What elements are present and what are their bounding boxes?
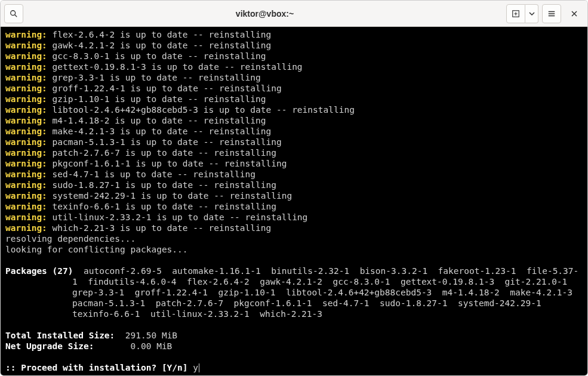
warning-line: warning: gawk-4.2.1-2 is up to date -- r… xyxy=(5,40,583,51)
packages-block: Packages (27) autoconf-2.69-5 automake-1… xyxy=(5,266,583,319)
warning-line: warning: gzip-1.10-1 is up to date -- re… xyxy=(5,94,583,104)
search-button[interactable] xyxy=(4,4,23,23)
prompt-line[interactable]: :: Proceed with installation? [Y/n] y xyxy=(5,362,583,373)
resolving-line: resolving dependencies... xyxy=(5,233,583,244)
warning-line: warning: sed-4.7-1 is up to date -- rein… xyxy=(5,169,583,180)
total-size-line: Total Installed Size: 291.50 MiB xyxy=(5,330,583,341)
titlebar: viktor@vbox:~ xyxy=(1,1,587,27)
net-size-line: Net Upgrade Size: 0.00 MiB xyxy=(5,341,583,352)
warning-line: warning: libtool-2.4.6+42+gb88cebd5-3 is… xyxy=(5,104,583,115)
menu-button[interactable] xyxy=(542,4,561,23)
warning-line: warning: gettext-0.19.8.1-3 is up to dat… xyxy=(5,61,583,72)
warning-line: warning: patch-2.7.6-7 is up to date -- … xyxy=(5,147,583,158)
svg-point-0 xyxy=(11,10,16,15)
warning-line: warning: pkgconf-1.6.1-1 is up to date -… xyxy=(5,158,583,169)
warning-line: warning: pacman-5.1.3-1 is up to date --… xyxy=(5,137,583,147)
chevron-down-icon xyxy=(529,11,535,17)
warning-line: warning: systemd-242.29-1 is up to date … xyxy=(5,190,583,201)
close-button[interactable] xyxy=(565,4,584,23)
warning-line: warning: m4-1.4.18-2 is up to date -- re… xyxy=(5,115,583,126)
new-tab-menu-button[interactable] xyxy=(525,4,538,23)
svg-line-1 xyxy=(15,14,17,17)
warning-line: warning: flex-2.6.4-2 is up to date -- r… xyxy=(5,29,583,40)
warning-line: warning: grep-3.3-1 is up to date -- rei… xyxy=(5,72,583,83)
cursor xyxy=(199,363,199,372)
warning-line: warning: make-4.2.1-3 is up to date -- r… xyxy=(5,126,583,137)
search-icon xyxy=(10,10,18,18)
new-tab-button[interactable] xyxy=(506,4,525,23)
close-icon xyxy=(571,10,578,17)
new-tab-split xyxy=(506,4,538,23)
window-title: viktor@vbox:~ xyxy=(27,9,503,19)
warning-line: warning: texinfo-6.6-1 is up to date -- … xyxy=(5,201,583,212)
conflicts-line: looking for conflicting packages... xyxy=(5,244,583,255)
hamburger-icon xyxy=(547,10,556,18)
new-tab-icon xyxy=(512,10,520,18)
warning-line: warning: which-2.21-3 is up to date -- r… xyxy=(5,223,583,233)
warning-line: warning: groff-1.22.4-1 is up to date --… xyxy=(5,83,583,94)
warning-line: warning: util-linux-2.33.2-1 is up to da… xyxy=(5,212,583,223)
warning-line: warning: gcc-8.3.0-1 is up to date -- re… xyxy=(5,51,583,61)
warning-line: warning: sudo-1.8.27-1 is up to date -- … xyxy=(5,180,583,190)
terminal-output[interactable]: warning: flex-2.6.4-2 is up to date -- r… xyxy=(1,27,587,375)
